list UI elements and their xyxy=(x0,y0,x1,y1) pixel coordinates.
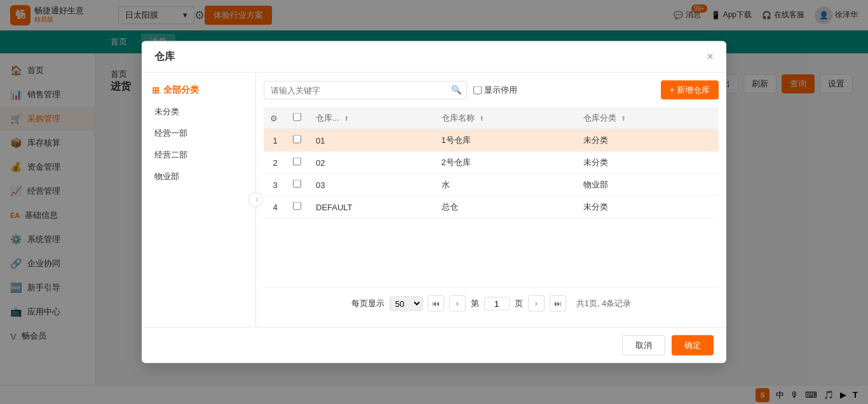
table-row[interactable]: 1 01 1号仓库 未分类 xyxy=(264,129,719,151)
last-page-button[interactable]: ⏭ xyxy=(550,295,566,312)
sort-icon: ⬆ xyxy=(621,115,626,122)
search-input[interactable] xyxy=(264,81,467,99)
warehouse-table: ⚙ 仓库... ⬆ 仓库名称 ⬆ xyxy=(264,107,719,219)
row-code: DEFAULT xyxy=(309,196,435,218)
category-item-ops2[interactable]: 经营二部 xyxy=(142,144,255,166)
modal-title: 仓库 xyxy=(154,50,175,64)
search-bar: 🔍 显示停用 + 新增仓库 xyxy=(264,81,719,100)
row-number: 4 xyxy=(264,196,287,218)
category-all[interactable]: ⊞ 全部分类 xyxy=(142,79,255,101)
sort-icon: ⬆ xyxy=(479,115,484,122)
modal-header: 仓库 × xyxy=(142,41,726,73)
row-checkbox-cell xyxy=(287,151,309,173)
row-checkbox[interactable] xyxy=(293,202,301,210)
table-row[interactable]: 2 02 2号仓库 未分类 xyxy=(264,151,719,173)
collapse-panel-button[interactable]: 《 xyxy=(248,192,263,208)
page-label: 第 xyxy=(471,298,479,309)
confirm-button[interactable]: 确定 xyxy=(672,335,714,356)
row-category: 物业部 xyxy=(577,173,719,196)
page-unit: 页 xyxy=(515,298,523,309)
category-item-property[interactable]: 物业部 xyxy=(142,166,255,187)
page-input[interactable] xyxy=(484,297,510,310)
category-item-label: 未分类 xyxy=(154,107,179,116)
row-category: 未分类 xyxy=(577,151,719,173)
per-page-select[interactable]: 10 20 50 100 xyxy=(390,296,423,311)
th-settings: ⚙ xyxy=(264,107,287,130)
row-number: 2 xyxy=(264,151,287,173)
first-page-button[interactable]: ⏮ xyxy=(428,295,444,312)
table-row[interactable]: 4 DEFAULT 总仓 未分类 xyxy=(264,196,719,218)
category-panel: ⊞ 全部分类 未分类 经营一部 经营二部 物业部 《 xyxy=(142,73,256,327)
show-disabled-checkbox[interactable] xyxy=(473,86,482,94)
table-header: ⚙ 仓库... ⬆ 仓库名称 ⬆ xyxy=(264,107,719,130)
sort-icon: ⬆ xyxy=(344,115,349,122)
row-checkbox-cell xyxy=(287,129,309,151)
modal-footer: 取消 确定 xyxy=(142,327,726,363)
table-body: 1 01 1号仓库 未分类 2 02 xyxy=(264,129,719,218)
row-number: 3 xyxy=(264,173,287,196)
table-panel: 🔍 显示停用 + 新增仓库 ⚙ xyxy=(256,73,726,327)
row-name: 1号仓库 xyxy=(435,129,577,151)
show-disabled-label[interactable]: 显示停用 xyxy=(473,84,517,96)
row-code: 01 xyxy=(309,129,435,151)
all-category-label: 全部分类 xyxy=(163,84,199,96)
category-item-label: 经营一部 xyxy=(154,128,187,138)
row-code: 02 xyxy=(309,151,435,173)
category-item-label: 经营二部 xyxy=(154,150,187,159)
grid-icon: ⊞ xyxy=(152,85,159,95)
th-name[interactable]: 仓库名称 ⬆ xyxy=(435,107,577,130)
prev-page-button[interactable]: ‹ xyxy=(449,295,466,312)
th-category[interactable]: 仓库分类 ⬆ xyxy=(577,107,719,130)
row-checkbox[interactable] xyxy=(293,135,301,144)
per-page-label: 每页显示 xyxy=(351,298,384,309)
add-warehouse-button[interactable]: + 新增仓库 xyxy=(661,81,719,100)
pagination: 每页显示 10 20 50 100 ⏮ ‹ 第 页 › ⏭ 共1页, 4条记录 xyxy=(264,287,719,320)
modal-close-button[interactable]: × xyxy=(707,50,714,64)
row-checkbox-cell xyxy=(287,173,309,196)
table-row[interactable]: 3 03 水 物业部 xyxy=(264,173,719,196)
row-checkbox[interactable] xyxy=(293,158,301,166)
select-all-checkbox[interactable] xyxy=(293,113,301,121)
row-name: 总仓 xyxy=(435,196,577,218)
category-item-unclassified[interactable]: 未分类 xyxy=(142,101,255,123)
row-name: 水 xyxy=(435,173,577,196)
cancel-button[interactable]: 取消 xyxy=(622,335,665,356)
row-number: 1 xyxy=(264,129,287,151)
search-button[interactable]: 🔍 xyxy=(451,85,462,95)
warehouse-modal: 仓库 × ⊞ 全部分类 未分类 经营一部 经营二部 物业部 《 xyxy=(142,41,726,363)
category-item-label: 物业部 xyxy=(154,172,179,181)
settings-icon: ⚙ xyxy=(270,113,278,123)
th-checkbox xyxy=(287,107,309,130)
next-page-button[interactable]: › xyxy=(528,295,545,312)
row-name: 2号仓库 xyxy=(435,151,577,173)
row-category: 未分类 xyxy=(577,196,719,218)
row-checkbox[interactable] xyxy=(293,180,301,188)
row-category: 未分类 xyxy=(577,129,719,151)
category-item-ops1[interactable]: 经营一部 xyxy=(142,123,255,144)
row-code: 03 xyxy=(309,173,435,196)
row-checkbox-cell xyxy=(287,196,309,218)
total-info: 共1页, 4条记录 xyxy=(576,298,632,309)
per-page-select-wrap: 10 20 50 100 xyxy=(390,296,423,311)
search-input-wrap: 🔍 xyxy=(264,81,467,99)
modal-body: ⊞ 全部分类 未分类 经营一部 经营二部 物业部 《 xyxy=(142,73,726,327)
th-code[interactable]: 仓库... ⬆ xyxy=(309,107,435,130)
